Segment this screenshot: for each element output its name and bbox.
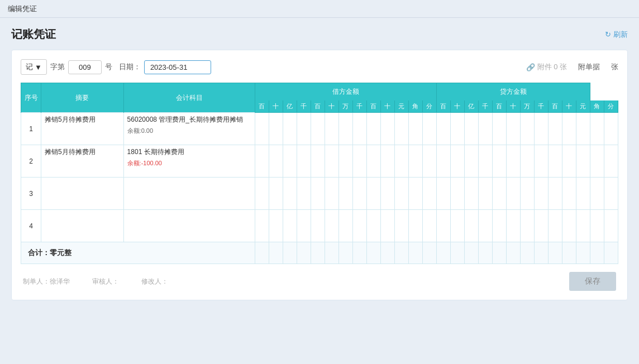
credit-digit-cell[interactable] xyxy=(436,210,450,242)
row-account[interactable] xyxy=(123,210,255,242)
debit-digit-cell[interactable] xyxy=(380,113,394,145)
debit-digit-cell[interactable] xyxy=(408,210,422,242)
credit-digit-cell[interactable] xyxy=(562,145,576,178)
debit-digit-cell[interactable] xyxy=(297,145,311,178)
debit-digit-cell[interactable] xyxy=(255,145,269,178)
debit-digit-cell[interactable] xyxy=(422,178,436,210)
credit-digit-cell[interactable] xyxy=(576,178,590,210)
credit-digit-cell[interactable] xyxy=(548,210,562,242)
row-summary[interactable] xyxy=(41,210,124,242)
credit-digit-cell[interactable] xyxy=(478,113,492,145)
debit-digit-cell[interactable] xyxy=(283,210,297,242)
debit-digit-cell[interactable] xyxy=(325,178,338,210)
debit-digit-cell[interactable] xyxy=(269,210,283,242)
credit-digit-cell[interactable] xyxy=(436,145,450,178)
credit-digit-cell[interactable] xyxy=(604,210,618,242)
debit-digit-cell[interactable] xyxy=(380,210,394,242)
credit-digit-cell[interactable] xyxy=(450,113,464,145)
fudanju-button[interactable]: 附单据 xyxy=(578,62,600,72)
debit-digit-cell[interactable] xyxy=(338,178,352,210)
debit-digit-cell[interactable] xyxy=(394,210,408,242)
row-account[interactable]: 56020008 管理费用_长期待摊费用摊销余额:0.00 xyxy=(123,113,255,145)
credit-digit-cell[interactable] xyxy=(506,178,520,210)
debit-digit-cell[interactable] xyxy=(366,210,380,242)
voucher-type-button[interactable]: 记 ▼ xyxy=(21,59,47,75)
credit-digit-cell[interactable] xyxy=(534,210,548,242)
credit-digit-cell[interactable] xyxy=(534,145,548,178)
row-account[interactable]: 1801 长期待摊费用余额:-100.00 xyxy=(123,145,255,178)
attachment-link[interactable]: 🔗 附件 0 张 xyxy=(526,62,567,72)
credit-digit-cell[interactable] xyxy=(520,145,534,178)
debit-digit-cell[interactable] xyxy=(366,145,380,178)
row-summary[interactable] xyxy=(41,178,124,210)
credit-digit-cell[interactable] xyxy=(548,145,562,178)
debit-digit-cell[interactable] xyxy=(338,210,352,242)
debit-digit-cell[interactable] xyxy=(408,145,422,178)
debit-digit-cell[interactable] xyxy=(338,145,352,178)
debit-digit-cell[interactable] xyxy=(255,210,269,242)
credit-digit-cell[interactable] xyxy=(492,210,506,242)
credit-digit-cell[interactable] xyxy=(534,178,548,210)
debit-digit-cell[interactable] xyxy=(325,113,338,145)
credit-digit-cell[interactable] xyxy=(478,210,492,242)
credit-digit-cell[interactable] xyxy=(604,145,618,178)
credit-digit-cell[interactable] xyxy=(590,145,604,178)
row-summary[interactable]: 摊销5月待摊费用 xyxy=(41,113,124,145)
debit-digit-cell[interactable] xyxy=(255,113,269,145)
debit-digit-cell[interactable] xyxy=(422,113,436,145)
row-summary[interactable]: 摊销5月待摊费用 xyxy=(41,145,124,178)
credit-digit-cell[interactable] xyxy=(506,113,520,145)
credit-digit-cell[interactable] xyxy=(576,210,590,242)
debit-digit-cell[interactable] xyxy=(380,145,394,178)
credit-digit-cell[interactable] xyxy=(464,145,478,178)
credit-digit-cell[interactable] xyxy=(534,113,548,145)
date-input[interactable] xyxy=(144,60,211,74)
debit-digit-cell[interactable] xyxy=(325,145,338,178)
debit-digit-cell[interactable] xyxy=(394,178,408,210)
credit-digit-cell[interactable] xyxy=(464,113,478,145)
credit-digit-cell[interactable] xyxy=(478,178,492,210)
credit-digit-cell[interactable] xyxy=(464,178,478,210)
debit-digit-cell[interactable] xyxy=(408,178,422,210)
debit-digit-cell[interactable] xyxy=(297,178,311,210)
debit-digit-cell[interactable] xyxy=(366,113,380,145)
credit-digit-cell[interactable] xyxy=(590,178,604,210)
credit-digit-cell[interactable] xyxy=(506,210,520,242)
credit-digit-cell[interactable] xyxy=(548,113,562,145)
debit-digit-cell[interactable] xyxy=(325,210,338,242)
debit-digit-cell[interactable] xyxy=(311,113,325,145)
credit-digit-cell[interactable] xyxy=(548,178,562,210)
debit-digit-cell[interactable] xyxy=(297,210,311,242)
credit-digit-cell[interactable] xyxy=(492,145,506,178)
save-button[interactable]: 保存 xyxy=(569,272,616,291)
credit-digit-cell[interactable] xyxy=(436,113,450,145)
debit-digit-cell[interactable] xyxy=(366,178,380,210)
debit-digit-cell[interactable] xyxy=(311,210,325,242)
credit-digit-cell[interactable] xyxy=(520,113,534,145)
credit-digit-cell[interactable] xyxy=(590,113,604,145)
credit-digit-cell[interactable] xyxy=(520,178,534,210)
debit-digit-cell[interactable] xyxy=(269,145,283,178)
debit-digit-cell[interactable] xyxy=(394,113,408,145)
zi-number-input[interactable] xyxy=(68,60,102,74)
credit-digit-cell[interactable] xyxy=(478,145,492,178)
debit-digit-cell[interactable] xyxy=(283,145,297,178)
credit-digit-cell[interactable] xyxy=(492,113,506,145)
credit-digit-cell[interactable] xyxy=(576,113,590,145)
credit-digit-cell[interactable] xyxy=(562,178,576,210)
credit-digit-cell[interactable] xyxy=(520,210,534,242)
refresh-button[interactable]: ↻ 刷新 xyxy=(605,30,628,40)
debit-digit-cell[interactable] xyxy=(352,145,366,178)
debit-digit-cell[interactable] xyxy=(269,178,283,210)
debit-digit-cell[interactable] xyxy=(269,113,283,145)
credit-digit-cell[interactable] xyxy=(492,178,506,210)
debit-digit-cell[interactable] xyxy=(297,113,311,145)
row-account[interactable] xyxy=(123,178,255,210)
credit-digit-cell[interactable] xyxy=(576,145,590,178)
credit-digit-cell[interactable] xyxy=(464,210,478,242)
credit-digit-cell[interactable] xyxy=(450,178,464,210)
debit-digit-cell[interactable] xyxy=(311,145,325,178)
debit-digit-cell[interactable] xyxy=(352,113,366,145)
credit-digit-cell[interactable] xyxy=(506,145,520,178)
debit-digit-cell[interactable] xyxy=(394,145,408,178)
